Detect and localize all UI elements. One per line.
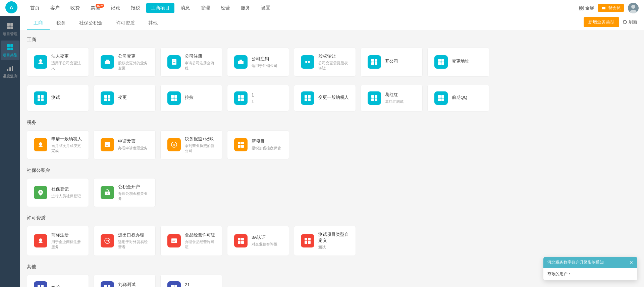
card-shenqing-nashui[interactable]: 申请一般纳税人 当月或次月成变更完成 bbox=[27, 130, 89, 159]
card-xin-xiangmu[interactable]: 新项目 报税加税控盘保管 bbox=[227, 130, 289, 159]
card-guquan-zhuanrang[interactable]: 股权转让 公司变更需要股权转让 bbox=[294, 48, 356, 77]
card-qianqi-qq[interactable]: 前期QQ bbox=[427, 85, 489, 112]
avatar[interactable] bbox=[628, 3, 639, 13]
card-shuiwu-baodao[interactable]: ¥ 税务报道+记账 拿到营业执照的新公司 bbox=[160, 130, 222, 159]
svg-rect-32 bbox=[375, 59, 377, 62]
app-logo[interactable]: A bbox=[5, 1, 19, 15]
biangeng-nashui-icon bbox=[301, 91, 314, 105]
card-biangeng-nashui[interactable]: 变更一般纳税人 bbox=[294, 85, 356, 112]
card-biangeng-dizhi[interactable]: 变更地址 bbox=[427, 48, 489, 77]
sidebar-item-project-type[interactable]: 项目类型 bbox=[1, 41, 19, 60]
tabs-bar: 工商 税务 社保公积金 许可资质 其他 新增业务类型 刷新 bbox=[20, 16, 644, 30]
nav-fee[interactable]: 收费 bbox=[66, 3, 85, 13]
nav-tax[interactable]: 报税 bbox=[126, 3, 145, 13]
svg-rect-90 bbox=[308, 238, 311, 240]
nav-service[interactable]: 服务 bbox=[236, 3, 255, 13]
gehonghong-name: 葛红红 bbox=[385, 92, 404, 98]
svg-rect-75 bbox=[238, 145, 240, 148]
nav-manage[interactable]: 管理 bbox=[196, 3, 215, 13]
svg-point-21 bbox=[39, 59, 42, 62]
card-haha[interactable]: 哈哈 bbox=[27, 275, 89, 287]
nav-customer[interactable]: 客户 bbox=[46, 3, 64, 13]
notification-body: 尊敬的用户： bbox=[543, 268, 637, 280]
card-shipin-xuke[interactable]: 食品经营许可证 办理食品经营许可证 bbox=[160, 226, 222, 256]
progress-monitor-icon bbox=[6, 64, 14, 72]
biangeng-dizhi-icon bbox=[434, 55, 448, 69]
svg-point-79 bbox=[107, 193, 108, 194]
refresh-button[interactable]: 刷新 bbox=[623, 19, 637, 25]
sidebar: 项目管理 项目类型 进度监测 bbox=[0, 16, 20, 287]
card-shenqing-fapiao[interactable]: 申请发票 办理申请发票业务 bbox=[94, 130, 156, 159]
project-manage-icon bbox=[6, 22, 14, 30]
card-gongsi-zhuxiao[interactable]: 公司注销 适用于注销公司 bbox=[227, 48, 289, 77]
svg-rect-92 bbox=[308, 241, 311, 244]
card-shebao-dengji[interactable]: 社保登记 进行人员社保登记 bbox=[27, 178, 89, 207]
svg-rect-5 bbox=[582, 8, 583, 10]
tab-gongshang[interactable]: 工商 bbox=[27, 16, 50, 30]
notification-close-button[interactable]: ✕ bbox=[629, 260, 633, 265]
new-type-button[interactable]: 新增业务类型 bbox=[584, 17, 619, 27]
nav-industrial[interactable]: 工商项目 bbox=[146, 3, 174, 13]
svg-rect-73 bbox=[238, 142, 240, 144]
shenqing-nashui-name: 申请一般纳税人 bbox=[51, 136, 82, 142]
gongjijin-kaihu-icon bbox=[101, 186, 114, 199]
gongshang-cards: 法人变更 适用于公司变更法人 公司变更 股权变更外的业务变更 bbox=[27, 48, 637, 77]
nav-operation[interactable]: 经营 bbox=[216, 3, 235, 13]
card-gongsi-zhuce[interactable]: 公司注册 申请公司注册全流程 bbox=[160, 48, 222, 77]
21-name: 21 bbox=[185, 282, 190, 287]
tab-shebao[interactable]: 社保公积金 bbox=[72, 16, 109, 30]
card-21[interactable]: 21 1 bbox=[160, 275, 222, 287]
card-3a-renzheng[interactable]: 3A认证 对企业信誉评级 bbox=[227, 226, 289, 256]
card-lala[interactable]: 拉拉 bbox=[160, 85, 222, 112]
card-gongsi-biangeng[interactable]: 公司变更 股权变更外的业务变更 bbox=[94, 48, 156, 77]
nav-message[interactable]: 消息 bbox=[176, 3, 195, 13]
ceshi-name: 测试 bbox=[51, 94, 60, 100]
card-liucong-ceshi[interactable]: 刘聪测试 测试 bbox=[94, 275, 156, 287]
tab-shuiwu[interactable]: 税务 bbox=[50, 16, 72, 30]
card-biangeng[interactable]: 变更 bbox=[94, 85, 156, 112]
card-kai-gongsi[interactable]: 开公司 bbox=[361, 48, 423, 77]
card-ceshi-xuke[interactable]: 测试项目类型自定义 测试 bbox=[294, 226, 356, 256]
vip-button[interactable]: 畅会员 bbox=[598, 4, 624, 12]
shipin-xuke-desc: 办理食品经营许可证 bbox=[185, 239, 215, 250]
nav-ticket[interactable]: 票据 new bbox=[86, 3, 105, 13]
shuiwu-section: 税务 申请一般纳税人 当月或次月成变更完成 申请发票 bbox=[27, 120, 637, 159]
svg-text:¥: ¥ bbox=[173, 143, 175, 147]
nav-settings[interactable]: 设置 bbox=[256, 3, 275, 13]
svg-rect-54 bbox=[241, 98, 244, 101]
svg-rect-68 bbox=[105, 142, 110, 147]
shuiwu-baodao-name: 税务报道+记账 bbox=[185, 136, 215, 142]
card-gehonghong[interactable]: 葛红红 葛红红测试 bbox=[361, 85, 423, 112]
svg-rect-97 bbox=[104, 285, 107, 287]
card-one[interactable]: 1 1 bbox=[227, 85, 289, 112]
svg-rect-91 bbox=[305, 241, 307, 244]
kai-gongsi-name: 开公司 bbox=[385, 58, 398, 64]
card-shangbiao-zhuce[interactable]: 商标注册 用于企业商标注册服务 bbox=[27, 226, 89, 256]
biangeng-dizhi-name: 变更地址 bbox=[452, 58, 469, 64]
xuke-section: 许可资质 商标注册 用于企业商标注册服务 进出口权办理 bbox=[27, 215, 637, 256]
svg-point-30 bbox=[308, 61, 310, 63]
notification-popup: 河北税务数字账户升级影响通知 ✕ 尊敬的用户： bbox=[543, 257, 637, 280]
sidebar-item-progress-monitor[interactable]: 进度监测 bbox=[1, 62, 19, 81]
svg-rect-31 bbox=[371, 59, 374, 62]
3a-renzheng-name: 3A认证 bbox=[252, 234, 277, 240]
svg-rect-66 bbox=[441, 98, 444, 101]
sidebar-item-project-manage[interactable]: 项目管理 bbox=[1, 19, 19, 39]
svg-rect-17 bbox=[10, 48, 13, 50]
nav-bookkeeping[interactable]: 记账 bbox=[106, 3, 125, 13]
nav-home[interactable]: 首页 bbox=[25, 3, 44, 13]
svg-rect-51 bbox=[238, 95, 240, 98]
tab-xuke[interactable]: 许可资质 bbox=[109, 16, 142, 30]
svg-rect-24 bbox=[172, 59, 176, 65]
fullscreen-button[interactable]: 全屏 bbox=[579, 5, 594, 11]
ceshi-xuke-name: 测试项目类型自定义 bbox=[318, 231, 349, 243]
shuiwu-title: 税务 bbox=[27, 120, 637, 126]
card-fazren-biangeng[interactable]: 法人变更 适用于公司变更法人 bbox=[27, 48, 89, 77]
svg-rect-2 bbox=[579, 6, 581, 8]
svg-point-29 bbox=[305, 61, 307, 63]
card-jinchukou[interactable]: 进出口权办理 适用于对外贸易经营者 bbox=[94, 226, 156, 256]
card-gongjijin-kaihu[interactable]: 公积金开户 办理公积金相关业务 bbox=[94, 178, 156, 207]
jinchukou-icon bbox=[101, 234, 114, 247]
tab-other[interactable]: 其他 bbox=[142, 16, 164, 30]
card-ceshi[interactable]: 测试 bbox=[27, 85, 89, 112]
